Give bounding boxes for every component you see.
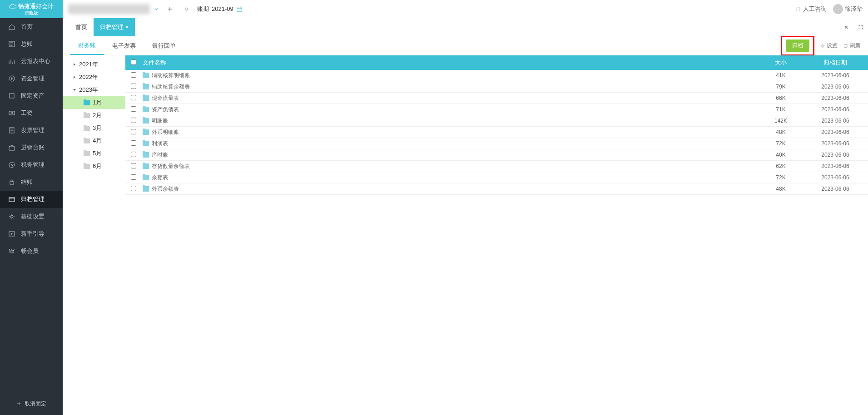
unpin-label: 取消固定 <box>25 400 46 408</box>
sidebar-item-inventory[interactable]: 进销台账 <box>0 139 63 156</box>
sidebar-item-label: 归档管理 <box>21 195 45 203</box>
sidebar-item-vip[interactable]: 畅会员 <box>0 242 63 260</box>
column-size: 大小 <box>754 59 808 67</box>
row-checkbox[interactable] <box>131 152 136 157</box>
file-name: 辅助核算明细账 <box>152 72 190 79</box>
sidebar-item-close[interactable]: 结账 <box>0 173 63 191</box>
file-date: 2023-06-06 <box>808 186 863 192</box>
sidebar-item-settings[interactable]: 基础设置 <box>0 208 63 225</box>
tab-archive[interactable]: 归档管理× <box>94 18 135 36</box>
tree-item-2023[interactable]: 2023年 <box>63 84 125 96</box>
file-name: 外币余额表 <box>152 185 179 193</box>
subtab-einvoice[interactable]: 电子发票 <box>104 37 144 54</box>
sidebar-item-asset[interactable]: 固定资产 <box>0 87 63 104</box>
sidebar-item-label: 畅会员 <box>21 247 39 255</box>
file-name: 外币明细账 <box>152 128 179 136</box>
refresh-link[interactable]: 刷新 <box>843 42 861 49</box>
row-checkbox[interactable] <box>131 118 136 123</box>
play-icon <box>8 230 15 237</box>
home-icon <box>8 23 15 30</box>
sidebar-item-home[interactable]: 首页 <box>0 18 63 35</box>
file-table: 文件名称 大小 归档日期 辅助核算明细账41K2023-06-06辅助核算余额表… <box>125 55 868 415</box>
sidebar-item-invoice[interactable]: 发票管理 <box>0 122 63 139</box>
sidebar-item-archive[interactable]: 归档管理 <box>0 191 63 208</box>
tree-item-2022[interactable]: 2022年 <box>63 71 125 84</box>
svg-rect-7 <box>10 182 14 184</box>
sidebar-item-guide[interactable]: 新手引导 <box>0 225 63 242</box>
org-name-redacted <box>68 4 150 14</box>
org-selector[interactable] <box>68 4 159 14</box>
chart-icon <box>8 58 15 65</box>
user-menu[interactable]: 徐泽华 <box>833 4 863 14</box>
folder-icon <box>84 100 90 105</box>
table-row[interactable]: 外币余额表48K2023-06-06 <box>125 183 868 195</box>
row-checkbox[interactable] <box>131 140 136 146</box>
svg-rect-8 <box>9 198 15 202</box>
file-name: 存货数量余额表 <box>152 163 190 170</box>
consult-link[interactable]: 人工咨询 <box>795 5 827 13</box>
caret-right-icon <box>73 63 76 66</box>
table-row[interactable]: 外币明细账48K2023-06-06 <box>125 127 868 138</box>
table-row[interactable]: 余额表72K2023-06-06 <box>125 172 868 183</box>
select-all-checkbox[interactable] <box>131 59 136 65</box>
sidebar-item-label: 结账 <box>21 178 33 186</box>
subtab-bankslip[interactable]: 银行回单 <box>144 37 184 54</box>
row-checkbox[interactable] <box>131 163 136 168</box>
row-checkbox[interactable] <box>131 174 136 180</box>
sidebar-item-ledger[interactable]: 总账 <box>0 35 63 53</box>
sidebar-item-salary[interactable]: 工资 <box>0 104 63 122</box>
archive-button[interactable]: 归档 <box>786 40 809 52</box>
subtab-finance[interactable]: 财务账 <box>70 37 104 55</box>
table-row[interactable]: 辅助核算余额表79K2023-06-06 <box>125 81 868 93</box>
chevron-down-icon <box>154 6 159 12</box>
fullscreen-button[interactable] <box>855 22 866 33</box>
row-checkbox[interactable] <box>131 72 136 78</box>
tree-item-m1[interactable]: 1月 <box>63 96 125 109</box>
tree-item-m6[interactable]: 6月 <box>63 160 125 173</box>
add-org-button[interactable] <box>164 4 175 15</box>
refresh-label: 刷新 <box>850 42 861 49</box>
tree-item-2021[interactable]: 2021年 <box>63 58 125 71</box>
row-checkbox[interactable] <box>131 106 136 112</box>
file-date: 2023-06-06 <box>808 129 863 135</box>
close-all-button[interactable] <box>841 22 852 33</box>
table-row[interactable]: 辅助核算明细账41K2023-06-06 <box>125 70 868 81</box>
svg-rect-3 <box>9 111 15 115</box>
caret-right-icon <box>73 75 76 79</box>
tree-item-m3[interactable]: 3月 <box>63 122 125 134</box>
tree-item-m2[interactable]: 2月 <box>63 109 125 122</box>
period-selector[interactable]: 账期 2021-09 <box>197 5 243 13</box>
settings-link[interactable]: 设置 <box>820 42 838 49</box>
row-checkbox[interactable] <box>131 95 136 100</box>
tab-home[interactable]: 首页 <box>69 18 94 36</box>
svg-point-11 <box>185 8 187 10</box>
file-date: 2023-06-06 <box>808 174 863 181</box>
brand-logo: 畅捷通好会计 旗舰版 <box>0 0 63 18</box>
sidebar-item-label: 首页 <box>21 23 33 31</box>
sidebar-item-label: 基础设置 <box>21 212 45 221</box>
table-row[interactable]: 明细账142K2023-06-06 <box>125 115 868 127</box>
row-checkbox[interactable] <box>131 84 136 89</box>
table-row[interactable]: 存货数量余额表62K2023-06-06 <box>125 161 868 172</box>
archive-icon <box>8 196 15 203</box>
sidebar-unpin[interactable]: 取消固定 <box>0 392 63 415</box>
tree-item-m5[interactable]: 5月 <box>63 147 125 160</box>
row-checkbox[interactable] <box>131 129 136 134</box>
org-settings-button[interactable] <box>181 4 192 15</box>
sidebar-item-fund[interactable]: 资金管理 <box>0 70 63 87</box>
row-checkbox[interactable] <box>131 186 136 191</box>
sidebar-item-report[interactable]: 云报表中心 <box>0 53 63 70</box>
brand-name: 畅捷通好会计 <box>18 3 54 10</box>
tree-label: 2022年 <box>79 73 98 81</box>
tree-label: 1月 <box>93 99 102 107</box>
table-row[interactable]: 利润表72K2023-06-06 <box>125 138 868 149</box>
table-row[interactable]: 序时账40K2023-06-06 <box>125 149 868 161</box>
sidebar-item-label: 新手引导 <box>21 230 45 238</box>
table-row[interactable]: 资产负债表71K2023-06-06 <box>125 104 868 115</box>
table-row[interactable]: 现金流量表66K2023-06-06 <box>125 93 868 104</box>
close-icon[interactable]: × <box>125 24 129 30</box>
tree-item-m4[interactable]: 4月 <box>63 134 125 147</box>
sidebar-item-tax[interactable]: 税务管理 <box>0 156 63 173</box>
file-size: 48K <box>754 186 808 192</box>
settings-label: 设置 <box>827 42 838 49</box>
